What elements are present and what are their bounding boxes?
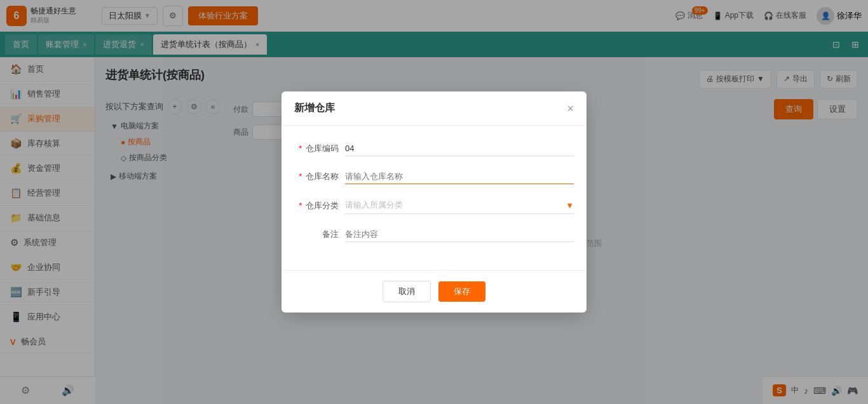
category-chevron-icon: ▼ [566, 201, 574, 210]
category-placeholder: 请输入所属分类 [345, 199, 403, 211]
name-label: * 仓库名称 [294, 171, 345, 182]
form-row-category: * 仓库分类 请输入所属分类 ▼ [294, 197, 574, 214]
modal-footer: 取消 保存 [281, 270, 587, 313]
modal-title: 新增仓库 [294, 102, 335, 115]
modal-body: * 仓库编码 * 仓库名称 * 仓库分类 请输入所属分类 ▼ [281, 126, 587, 270]
save-button[interactable]: 保存 [438, 281, 485, 302]
warehouse-category-select[interactable]: 请输入所属分类 ▼ [345, 197, 574, 214]
modal-header: 新增仓库 × [281, 91, 587, 126]
note-label: 备注 [294, 229, 345, 240]
code-label: * 仓库编码 [294, 143, 345, 154]
add-warehouse-modal: 新增仓库 × * 仓库编码 * 仓库名称 * 仓库分类 请输入 [281, 91, 587, 313]
form-row-code: * 仓库编码 [294, 141, 574, 156]
modal-close-button[interactable]: × [567, 103, 574, 114]
form-row-note: 备注 [294, 227, 574, 242]
warehouse-code-input[interactable] [345, 141, 574, 156]
warehouse-name-input[interactable] [345, 169, 574, 184]
form-row-name: * 仓库名称 [294, 169, 574, 184]
warehouse-note-input[interactable] [345, 227, 574, 242]
category-label: * 仓库分类 [294, 200, 345, 212]
cancel-button[interactable]: 取消 [383, 281, 431, 302]
